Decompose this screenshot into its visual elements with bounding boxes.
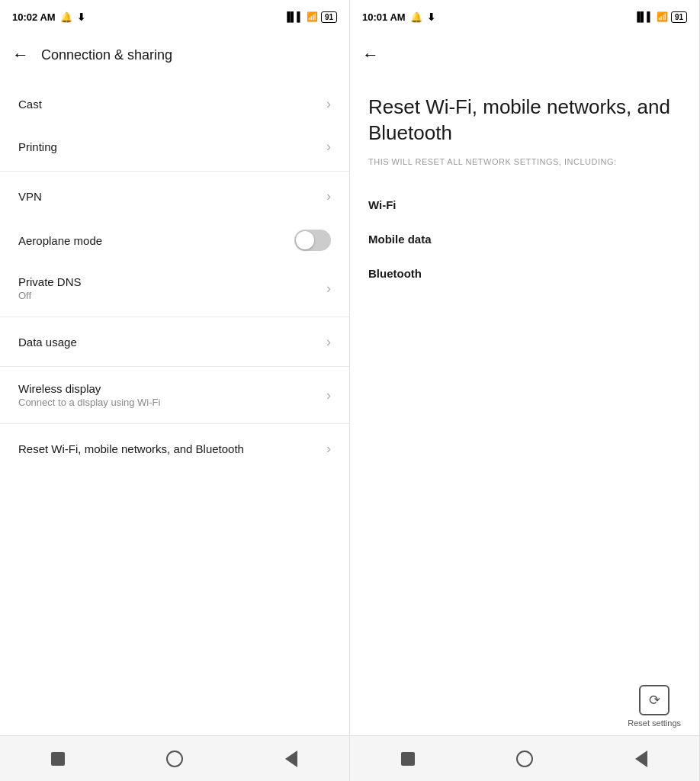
wireless-display-item[interactable]: Wireless display Connect to a display us… <box>0 370 349 420</box>
wifi-icon: 📶 <box>307 11 318 22</box>
reset-wifi-title: Reset Wi-Fi, mobile networks, and Blueto… <box>18 442 244 455</box>
private-dns-item[interactable]: Private DNS Off › <box>0 263 349 313</box>
left-screen-header: ← Connection & sharing <box>0 34 349 76</box>
battery-badge: 91 <box>321 11 337 23</box>
right-alarm-icon: 🔔 <box>410 11 422 23</box>
divider-2 <box>0 317 349 317</box>
right-nav-back-button[interactable] <box>628 745 655 773</box>
right-back-icon <box>635 750 647 767</box>
right-battery-badge: 91 <box>671 11 687 23</box>
vpn-title: VPN <box>18 190 42 203</box>
wireless-display-subtitle: Connect to a display using Wi-Fi <box>18 397 160 408</box>
right-status-icons: ▐▌▌ 📶 91 <box>634 11 687 23</box>
left-bottom-nav <box>0 735 349 781</box>
right-status-time-group: 10:01 AM 🔔 ⬇ <box>362 11 435 23</box>
reset-settings-icon-box: ⟳ <box>639 685 669 715</box>
right-download-icon: ⬇ <box>427 11 435 23</box>
printing-item[interactable]: Printing › <box>0 125 349 168</box>
data-usage-title: Data usage <box>18 336 77 349</box>
reset-mobile-data-label: Mobile data <box>368 233 681 246</box>
reset-wifi-item-right: Wi-Fi <box>350 188 699 222</box>
left-phone-panel: 10:02 AM 🔔 ⬇ ▐▌▌ 📶 91 ← Connection & sha… <box>0 0 350 781</box>
right-back-button[interactable]: ← <box>362 45 379 65</box>
cast-chevron: › <box>326 96 331 112</box>
reset-page-subtitle: THIS WILL RESET ALL NETWORK SETTINGS, IN… <box>368 157 681 166</box>
private-dns-subtitle: Off <box>18 290 82 301</box>
reset-wifi-item[interactable]: Reset Wi-Fi, mobile networks, and Blueto… <box>0 427 349 470</box>
vpn-chevron: › <box>326 188 331 204</box>
reset-settings-label: Reset settings <box>628 718 681 728</box>
reset-bluetooth-item: Bluetooth <box>350 256 699 291</box>
right-phone-panel: 10:01 AM 🔔 ⬇ ▐▌▌ 📶 91 ← Reset Wi-Fi, mob… <box>350 0 700 781</box>
left-status-icons: ▐▌▌ 📶 91 <box>284 11 337 23</box>
printing-chevron: › <box>326 139 331 155</box>
right-wifi-icon: 📶 <box>657 11 668 22</box>
aeroplane-item[interactable]: Aeroplane mode <box>0 217 349 263</box>
aeroplane-toggle[interactable] <box>294 230 331 251</box>
left-back-button[interactable]: ← <box>12 45 29 65</box>
right-status-bar: 10:01 AM 🔔 ⬇ ▐▌▌ 📶 91 <box>350 0 699 34</box>
back-icon <box>285 750 297 767</box>
reset-wifi-chevron: › <box>326 441 331 457</box>
reset-wifi-label: Wi-Fi <box>368 198 681 211</box>
left-nav-recents-button[interactable] <box>44 745 72 773</box>
download-icon: ⬇ <box>77 11 85 23</box>
divider-3 <box>0 366 349 367</box>
data-usage-item[interactable]: Data usage › <box>0 320 349 363</box>
private-dns-title: Private DNS <box>18 275 82 288</box>
wireless-display-title: Wireless display <box>18 382 160 395</box>
private-dns-chevron: › <box>326 281 331 297</box>
right-bottom-nav <box>350 735 699 781</box>
right-recents-icon <box>401 752 415 766</box>
cast-item[interactable]: Cast › <box>0 82 349 125</box>
recents-icon <box>51 752 65 766</box>
right-time: 10:01 AM <box>362 11 406 23</box>
left-status-time-group: 10:02 AM 🔔 ⬇ <box>12 11 85 23</box>
reset-bluetooth-label: Bluetooth <box>368 267 681 280</box>
left-nav-back-button[interactable] <box>278 745 305 773</box>
left-nav-home-button[interactable] <box>161 745 188 773</box>
aeroplane-title: Aeroplane mode <box>18 234 102 247</box>
reset-mobile-data-item: Mobile data <box>350 222 699 256</box>
signal-icon: ▐▌▌ <box>284 11 303 22</box>
reset-settings-icon: ⟳ <box>649 692 660 709</box>
right-signal-icon: ▐▌▌ <box>634 11 653 22</box>
left-screen-content: Cast › Printing › VPN › Aeroplane mode <box>0 76 349 735</box>
divider-1 <box>0 171 349 172</box>
wireless-display-chevron: › <box>326 387 331 403</box>
left-header-title: Connection & sharing <box>41 47 172 63</box>
reset-page-header: Reset Wi-Fi, mobile networks, and Blueto… <box>350 82 699 188</box>
printing-title: Printing <box>18 140 57 153</box>
right-home-icon <box>516 750 533 767</box>
reset-settings-button[interactable]: ⟳ Reset settings <box>628 685 681 728</box>
right-nav-recents-button[interactable] <box>394 745 422 773</box>
right-screen-header: ← <box>350 34 699 76</box>
home-icon <box>166 750 183 767</box>
reset-page-title: Reset Wi-Fi, mobile networks, and Blueto… <box>368 95 681 146</box>
right-screen-content: Reset Wi-Fi, mobile networks, and Blueto… <box>350 76 699 735</box>
right-nav-home-button[interactable] <box>511 745 538 773</box>
vpn-item[interactable]: VPN › <box>0 175 349 217</box>
left-status-bar: 10:02 AM 🔔 ⬇ ▐▌▌ 📶 91 <box>0 0 349 34</box>
cast-title: Cast <box>18 98 42 111</box>
divider-4 <box>0 423 349 424</box>
alarm-icon: 🔔 <box>60 11 72 23</box>
data-usage-chevron: › <box>326 334 331 350</box>
left-time: 10:02 AM <box>12 11 56 23</box>
